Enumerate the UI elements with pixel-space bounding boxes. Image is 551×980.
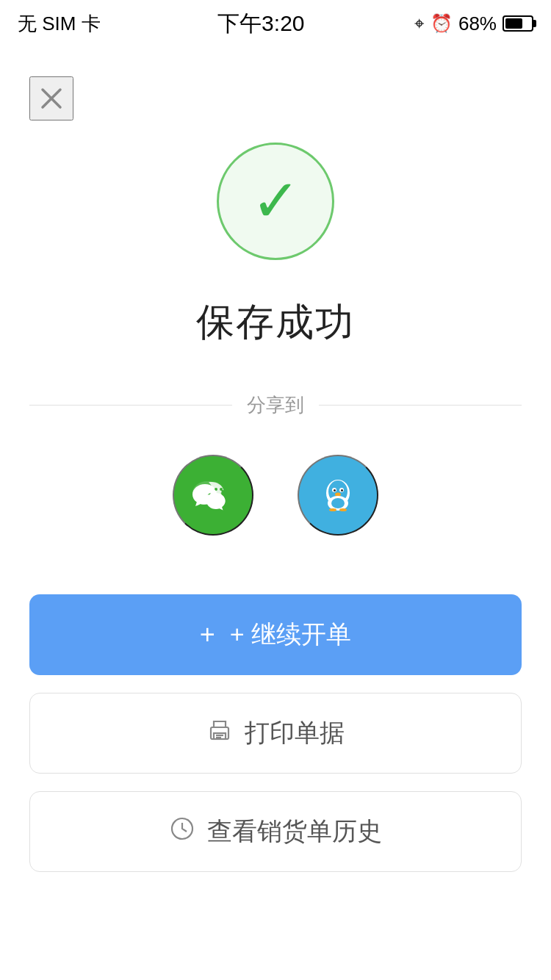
continue-button[interactable]: + + 继续开单 bbox=[29, 594, 522, 675]
continue-icon: + bbox=[200, 619, 215, 650]
svg-point-12 bbox=[334, 489, 336, 491]
checkmark-icon: ✓ bbox=[251, 172, 300, 231]
svg-point-14 bbox=[335, 493, 341, 497]
divider-line-right bbox=[319, 405, 522, 406]
status-bar: 无 SIM 卡 下午3:20 ⌖ ⏰ 68% bbox=[0, 0, 551, 47]
share-icons-container bbox=[173, 455, 378, 536]
svg-point-18 bbox=[339, 508, 347, 511]
battery-percent: 68% bbox=[458, 12, 497, 35]
svg-point-7 bbox=[220, 488, 223, 491]
history-button[interactable]: 查看销货单历史 bbox=[29, 791, 522, 872]
alarm-icon: ⏰ bbox=[431, 13, 453, 34]
battery-icon bbox=[503, 15, 533, 32]
share-label: 分享到 bbox=[247, 392, 304, 418]
status-right: ⌖ ⏰ 68% bbox=[414, 12, 533, 35]
svg-point-17 bbox=[329, 508, 336, 511]
action-buttons: + + 继续开单 打印单据 bbox=[29, 594, 522, 872]
share-wechat-button[interactable] bbox=[173, 455, 253, 536]
svg-point-16 bbox=[331, 498, 345, 508]
success-icon-circle: ✓ bbox=[217, 143, 334, 260]
divider-line-left bbox=[29, 405, 232, 406]
history-label: 查看销货单历史 bbox=[207, 815, 382, 849]
status-left: 无 SIM 卡 bbox=[18, 11, 108, 37]
share-qq-button[interactable] bbox=[298, 455, 378, 536]
share-divider: 分享到 bbox=[29, 392, 522, 418]
battery-fill bbox=[505, 18, 522, 29]
success-title: 保存成功 bbox=[196, 297, 355, 348]
clock-icon bbox=[169, 815, 195, 848]
svg-point-13 bbox=[341, 489, 343, 491]
print-button[interactable]: 打印单据 bbox=[29, 693, 522, 774]
main-content: ✓ 保存成功 分享到 bbox=[0, 47, 551, 916]
printer-icon bbox=[206, 717, 233, 749]
location-icon: ⌖ bbox=[414, 13, 425, 34]
time-display: 下午3:20 bbox=[217, 9, 304, 39]
close-button[interactable] bbox=[29, 76, 73, 120]
carrier-text: 无 SIM 卡 bbox=[18, 11, 101, 37]
continue-label: + 继续开单 bbox=[230, 618, 351, 652]
print-label: 打印单据 bbox=[245, 716, 345, 750]
